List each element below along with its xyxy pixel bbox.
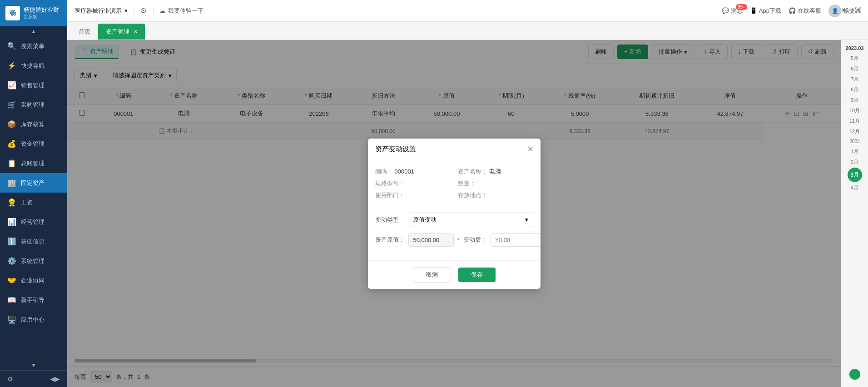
after-change-label: 变动后： [463, 236, 487, 244]
tab-asset-label: 资产管理 [106, 28, 129, 35]
calendar-month-12[interactable]: 12月 [841, 127, 868, 136]
experience-label: 我要体验一下 [168, 7, 203, 15]
settings-gear-icon[interactable]: ⚙ [7, 375, 13, 382]
sidebar-item-sales[interactable]: 📈 销售管理 [0, 75, 67, 95]
required-star: * [457, 237, 460, 243]
header-settings-icon[interactable]: ⚙ [140, 6, 147, 15]
modal-info-grid: 编码： 000001 资产名称： 电脑 规格型号： [375, 168, 533, 199]
calendar-month-11[interactable]: 11月 [841, 116, 868, 126]
phone-icon: 📱 [750, 7, 757, 14]
calendar-month-2[interactable]: 2月 [841, 157, 868, 167]
sidebar-item-label: 总账管理 [21, 159, 45, 168]
sidebar-item-ledger[interactable]: 📋 总账管理 [0, 154, 67, 173]
cancel-button[interactable]: 取消 [413, 267, 451, 283]
calendar-month-10[interactable]: 10月 [841, 106, 868, 115]
sidebar-item-cooperation[interactable]: 🤝 企业协同 [0, 271, 67, 290]
management-icon: 📊 [7, 218, 16, 226]
tab-bar: 首页 资产管理 × ✕ ⛶ [67, 22, 868, 40]
sidebar-item-management[interactable]: 📊 经营管理 [0, 212, 67, 232]
sidebar-nav: 🔍 搜索菜单 ⚡ 快捷导航 📈 销售管理 🛒 采购管理 📦 库存核算 💰 资金管… [0, 36, 67, 360]
change-type-label: 变动类型 [375, 216, 399, 224]
sidebar-scroll-down[interactable]: ▼ [0, 360, 67, 370]
after-change-input[interactable] [491, 233, 541, 247]
modal-footer: 取消 保存 [368, 260, 541, 289]
messages-action[interactable]: 💬 消息 99+ [722, 7, 743, 15]
sidebar: 畅 畅捷通好业财 普及版 ▲ 🔍 搜索菜单 ⚡ 快捷导航 📈 销售管理 🛒 采购… [0, 0, 67, 387]
modal-code-field: 编码： 000001 [375, 168, 451, 176]
sidebar-item-purchase[interactable]: 🛒 采购管理 [0, 95, 67, 114]
modal-title: 资产变动设置 [375, 145, 416, 154]
calendar-month-6[interactable]: 6月 [841, 64, 868, 74]
sidebar-item-inventory[interactable]: 📦 库存核算 [0, 114, 67, 134]
original-value-label: 资产原值： [375, 236, 405, 244]
tab-asset-management[interactable]: 资产管理 × [98, 24, 145, 40]
search-icon: 🔍 [7, 42, 16, 50]
modal-department-label: 使用部门： [375, 191, 405, 199]
online-service-action[interactable]: 🎧 在线客服 [789, 7, 821, 15]
modal-divider [375, 207, 533, 207]
fixed-assets-icon: 🏢 [7, 179, 16, 187]
online-service-label: 在线客服 [798, 7, 821, 15]
sidebar-item-label: 工资 [21, 198, 33, 207]
messages-badge: 99+ [736, 4, 747, 10]
modal-name-field: 资产名称： 电脑 [458, 168, 533, 176]
company-selector[interactable]: 医疗器械行业演示 ▾ [74, 7, 128, 15]
logo-icon: 畅 [5, 6, 20, 20]
experience-button[interactable]: ☁ 我要体验一下 [159, 7, 203, 15]
modal-name-value: 电脑 [489, 168, 501, 176]
right-calendar-panel: 2023.03 5月 6月 7月 8月 9月 10月 11月 12月 2023 … [841, 40, 868, 387]
window-maximize-btn[interactable]: ⛶ [852, 4, 864, 16]
sidebar-item-label: 采购管理 [21, 101, 45, 109]
change-type-select[interactable]: 原值变动 ▾ [408, 213, 533, 227]
salary-icon: 👷 [7, 198, 16, 207]
modal-header: 资产变动设置 ✕ [368, 139, 541, 160]
modal-location-label: 存放地点： [458, 191, 487, 199]
company-name: 医疗器械行业演示 [74, 7, 122, 15]
calendar-month-3-active[interactable]: 3月 [848, 168, 862, 182]
calendar-month-7[interactable]: 7月 [841, 74, 868, 84]
cooperation-icon: 🤝 [7, 276, 16, 285]
sidebar-item-apps[interactable]: 🖥️ 应用中心 [0, 310, 67, 329]
capital-icon: 💰 [7, 139, 16, 148]
calendar-month-1[interactable]: 1月 [841, 147, 868, 156]
calendar-month-8[interactable]: 8月 [841, 85, 868, 94]
sidebar-item-label: 搜索菜单 [21, 42, 45, 50]
app-download-action[interactable]: 📱 App下载 [750, 7, 781, 15]
separator2: | [152, 7, 154, 15]
sidebar-item-salary[interactable]: 👷 工资 [0, 193, 67, 212]
sidebar-item-search[interactable]: 🔍 搜索菜单 [0, 36, 67, 56]
inventory-icon: 📦 [7, 120, 16, 129]
sidebar-item-label: 固定资产 [21, 179, 45, 187]
save-button[interactable]: 保存 [458, 268, 496, 282]
tab-home[interactable]: 首页 [71, 24, 98, 40]
chevron-down-icon: ▾ [124, 7, 128, 14]
sidebar-item-system[interactable]: ⚙️ 系统管理 [0, 251, 67, 271]
purchase-icon: 🛒 [7, 100, 16, 109]
sidebar-item-basics[interactable]: ℹ️ 基础信息 [0, 232, 67, 251]
sidebar-item-label: 库存核算 [21, 120, 45, 129]
sidebar-scroll-up[interactable]: ▲ [0, 26, 67, 36]
modal-overlay: 资产变动设置 ✕ 编码： 000001 资产名称： 电脑 [67, 40, 841, 387]
modal-spec-label: 规格型号： [375, 179, 405, 188]
window-close-btn[interactable]: ✕ [837, 4, 850, 16]
modal-code-label: 编码： [375, 168, 393, 176]
modal-close-btn[interactable]: ✕ [527, 145, 533, 154]
cloud-icon: ☁ [159, 7, 165, 14]
sidebar-item-fixed-assets[interactable]: 🏢 固定资产 [0, 173, 67, 193]
sidebar-item-guide[interactable]: 📖 新手引导 [0, 290, 67, 310]
ledger-icon: 📋 [7, 159, 16, 168]
sidebar-item-label: 系统管理 [21, 257, 45, 265]
calendar-month-9[interactable]: 9月 [841, 95, 868, 105]
calendar-month-4[interactable]: 4月 [841, 183, 868, 193]
tab-close-icon[interactable]: × [134, 28, 138, 35]
service-icon: 🎧 [789, 7, 796, 14]
sidebar-item-quicknav[interactable]: ⚡ 快捷导航 [0, 56, 67, 75]
sidebar-item-capital[interactable]: 💰 资金管理 [0, 134, 67, 154]
sidebar-item-label: 销售管理 [21, 81, 45, 89]
calendar-month-5[interactable]: 5月 [841, 54, 868, 63]
main-area: 医疗器械行业演示 ▾ | ⚙ | ☁ 我要体验一下 💬 消息 99+ 📱 App… [67, 0, 868, 387]
collapse-icon[interactable]: ◀▶ [50, 375, 60, 382]
content-area: 📄 资产明细 📋 变更生成凭证 刷账 + 新增 批量操作 ▾ ↑ [67, 40, 868, 387]
separator: | [133, 7, 135, 15]
quick-nav-icon: ⚡ [7, 61, 16, 70]
